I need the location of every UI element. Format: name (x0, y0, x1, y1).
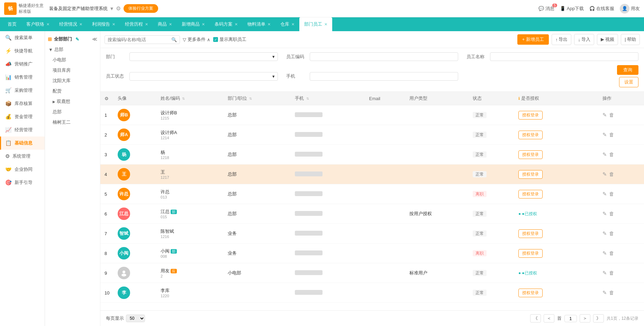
help-button[interactable]: | 帮助 (621, 34, 640, 45)
message-button[interactable]: 💬 消息 5 (538, 6, 554, 12)
show-resigned-toggle[interactable]: ✓ 显示离职员工 (213, 36, 246, 43)
delete-icon[interactable]: 🗑 (609, 250, 614, 256)
edit-icon[interactable]: ✎ (602, 211, 607, 217)
nav-search-menu[interactable]: 🔍 搜索菜单 (0, 31, 45, 44)
col-dept[interactable]: 部门/职位 ⇅ (224, 92, 291, 105)
tab-profit[interactable]: 利润报告 ✕ (87, 17, 120, 31)
query-button[interactable]: 查询 (617, 65, 638, 75)
edit-icon[interactable]: ✎ (602, 290, 607, 296)
nav-basic-info[interactable]: 📋 基础信息 (0, 136, 45, 150)
delete-icon[interactable]: 🗑 (609, 132, 614, 138)
dept-item-root[interactable]: ▼ 总部 (45, 44, 100, 55)
delete-icon[interactable]: 🗑 (609, 112, 614, 118)
delete-icon[interactable]: 🗑 (609, 151, 614, 157)
auth-login-button[interactable]: 授权登录 (518, 190, 543, 199)
nav-guide[interactable]: 🎯 新手引导 (0, 176, 45, 189)
dept-item-shenyang[interactable]: 沈阳大库 (45, 76, 100, 86)
delete-icon[interactable]: 🗑 (609, 191, 614, 197)
nav-inventory[interactable]: 📦 库存核算 (0, 97, 45, 110)
close-icon[interactable]: ✕ (145, 22, 148, 27)
settings-icon[interactable]: ⚙ (116, 5, 121, 12)
dept-item-project[interactable]: 项目库房 (45, 65, 100, 76)
emp-code-input[interactable] (310, 52, 458, 61)
more-filter-button[interactable]: ▽ 更多条件 ∧ (183, 36, 210, 43)
tab-barcode[interactable]: 条码方案 ✕ (210, 17, 243, 31)
edit-icon[interactable]: ✎ (602, 132, 607, 138)
close-icon[interactable]: ✕ (291, 22, 294, 27)
tab-home[interactable]: 首页 (3, 17, 21, 31)
nav-sales[interactable]: 📊 销售管理 (0, 71, 45, 84)
per-page-select[interactable]: 50 100 200 (126, 315, 145, 322)
edit-icon[interactable]: ✎ (602, 112, 607, 118)
online-service-button[interactable]: 🎧 在线客服 (589, 6, 614, 12)
user-menu[interactable]: 👤 用友 (620, 4, 640, 14)
close-icon[interactable]: ✕ (267, 22, 271, 27)
delete-icon[interactable]: 🗑 (609, 270, 614, 276)
dept-item-shuanglu[interactable]: ▶ 双鹿想 (45, 96, 100, 107)
status-select[interactable]: ▾ (129, 72, 278, 81)
dept-edit-icon[interactable]: ✎ (75, 37, 79, 42)
dept-select[interactable]: ▾ (129, 52, 278, 61)
view-button[interactable]: ▶ 视频 (597, 34, 618, 45)
edit-icon[interactable]: ✎ (602, 270, 607, 276)
dept-item-nanshu[interactable]: 楠树王二 (45, 117, 100, 127)
tab-customer[interactable]: 客户联络 ✕ (21, 17, 54, 31)
nav-marketing[interactable]: 📣 营销推广 (0, 58, 45, 71)
add-employee-button[interactable]: + 新增员工 (517, 34, 549, 45)
dept-item-peihuo[interactable]: 配货 (45, 86, 100, 96)
edit-icon[interactable]: ✎ (602, 191, 607, 197)
delete-icon[interactable]: 🗑 (609, 290, 614, 296)
dept-collapse-icon[interactable]: ≪ (92, 36, 97, 42)
dept-item-zongbu[interactable]: 总部 (45, 107, 100, 117)
import-button[interactable]: ↓ 导入 (574, 34, 594, 45)
auth-login-button[interactable]: 授权登录 (518, 111, 543, 120)
search-input[interactable] (108, 37, 170, 42)
last-page-button[interactable]: 》 (593, 314, 604, 323)
page-number-input[interactable] (564, 315, 577, 322)
col-phone[interactable]: 手机 ⇅ (291, 92, 365, 105)
tab-materials[interactable]: 物料清单 ✕ (243, 17, 275, 31)
close-icon[interactable]: ✕ (79, 22, 82, 27)
close-icon[interactable]: ✕ (202, 22, 205, 27)
emp-name-input[interactable] (490, 52, 638, 61)
col-name[interactable]: 姓名/编码 ⇅ (156, 92, 224, 105)
close-icon[interactable]: ✕ (46, 22, 49, 27)
tab-operation[interactable]: 经营情况 ✕ (54, 17, 87, 31)
nav-quick-nav[interactable]: ⚡ 快捷导航 (0, 44, 45, 58)
trial-button[interactable]: 体验行业方案 (124, 4, 158, 13)
tab-goods[interactable]: 商品 ✕ (153, 17, 177, 31)
edit-icon[interactable]: ✎ (602, 171, 607, 177)
tab-add-goods[interactable]: 新增商品 ✕ (177, 17, 210, 31)
delete-icon[interactable]: 🗑 (609, 230, 614, 236)
nav-system[interactable]: ⚙ 系统管理 (0, 150, 45, 163)
edit-icon[interactable]: ✎ (602, 250, 607, 256)
dropdown-arrow-icon[interactable]: ▾ (110, 5, 113, 12)
nav-finance[interactable]: 💰 资金管理 (0, 110, 45, 123)
auth-login-button[interactable]: 授权登录 (518, 170, 543, 179)
phone-input[interactable] (310, 72, 458, 81)
dept-item-xiaodibu[interactable]: 小电部 (45, 55, 100, 65)
app-download-button[interactable]: 📱 App下载 (560, 6, 584, 12)
col-settings[interactable]: ⚙ (100, 92, 114, 105)
auth-login-button[interactable]: 授权登录 (518, 229, 543, 238)
nav-business[interactable]: 📈 经营管理 (0, 123, 45, 136)
auth-login-button[interactable]: 授权登录 (518, 150, 543, 159)
auth-login-button[interactable]: 授权登录 (518, 289, 543, 297)
delete-icon[interactable]: 🗑 (609, 211, 614, 217)
close-icon[interactable]: ✕ (235, 22, 238, 27)
edit-icon[interactable]: ✎ (602, 151, 607, 157)
nav-collab[interactable]: 🤝 企业协同 (0, 163, 45, 176)
prev-page-button[interactable]: ＜ (544, 314, 554, 323)
tab-history[interactable]: 经营历程 ✕ (120, 17, 153, 31)
close-icon[interactable]: ✕ (112, 22, 115, 27)
auth-login-button[interactable]: 授权登录 (518, 131, 543, 139)
settings-button[interactable]: 设置 (619, 77, 638, 87)
tab-warehouse[interactable]: 仓库 ✕ (275, 17, 299, 31)
close-icon[interactable]: ✕ (324, 22, 327, 27)
close-icon[interactable]: ✕ (169, 22, 172, 27)
nav-purchase[interactable]: 🛒 采购管理 (0, 84, 45, 97)
auth-login-button[interactable]: 授权登录 (518, 249, 543, 258)
next-page-button[interactable]: ＞ (580, 314, 590, 323)
export-button[interactable]: ↑ 导出 (552, 34, 572, 45)
delete-icon[interactable]: 🗑 (609, 171, 614, 177)
